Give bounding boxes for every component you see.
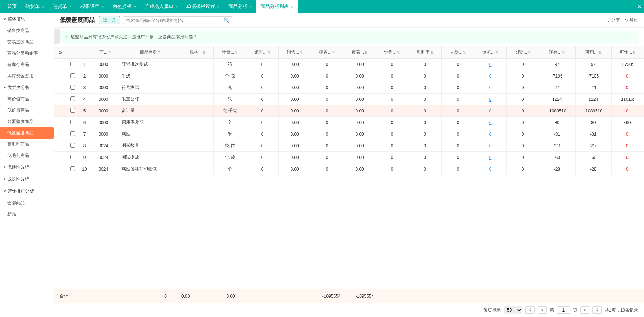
sidebar-item-all-goods[interactable]: 全部商品: [0, 197, 54, 209]
row-browse-a[interactable]: 0: [474, 140, 507, 152]
prev-page-button[interactable]: <: [538, 306, 547, 314]
column-sales-amt[interactable]: 销售...⇅: [279, 46, 311, 59]
close-icon[interactable]: ×: [176, 4, 178, 9]
row-checkbox[interactable]: [67, 117, 78, 128]
sidebar-item-high-profit[interactable]: 高毛利商品: [0, 139, 54, 150]
row-settings: [54, 70, 67, 82]
sidebar-section-growth[interactable]: > 成长性分析: [0, 173, 54, 185]
row-browse-b: 0: [507, 59, 539, 70]
row-checkbox[interactable]: [67, 163, 78, 175]
sidebar-item-new-goods[interactable]: 新品: [0, 209, 54, 220]
sidebar-item-low-coverage[interactable]: 低覆盖度商品: [0, 127, 54, 139]
row-browse-a[interactable]: 0: [474, 152, 507, 163]
export-button[interactable]: ↻ 导出: [624, 17, 638, 23]
search-icon[interactable]: 🔍: [223, 17, 229, 23]
last-page-button[interactable]: K: [592, 306, 602, 314]
row-checkbox[interactable]: [67, 105, 78, 117]
row-browse-a[interactable]: 0: [474, 163, 507, 175]
row-browse-a[interactable]: 0: [474, 82, 507, 94]
sidebar-item-high-value[interactable]: 高价值商品: [0, 94, 54, 105]
row-checkbox[interactable]: [67, 94, 78, 105]
sidebar-item-low-profit[interactable]: 低毛利商品: [0, 150, 54, 161]
column-code[interactable]: 商...⇅: [91, 46, 119, 59]
close-icon[interactable]: ×: [217, 4, 219, 9]
sidebar-item-sales-goods[interactable]: 销售类商品: [0, 25, 54, 36]
row-checkbox-input[interactable]: [70, 108, 75, 113]
close-icon[interactable]: ×: [134, 4, 136, 9]
column-browse-a[interactable]: 浏览...⇅: [474, 46, 507, 59]
row-num: 3: [78, 82, 91, 94]
column-spec[interactable]: 规格...⇅: [181, 46, 214, 59]
sidebar-item-in-stock[interactable]: 有库存商品: [0, 59, 54, 70]
column-sales-qty[interactable]: 销售...⇅: [246, 46, 279, 59]
row-checkbox-input[interactable]: [70, 73, 75, 78]
time-filter-recent-month[interactable]: 近一月: [99, 16, 120, 24]
row-checkbox[interactable]: [67, 140, 78, 152]
close-icon[interactable]: ×: [42, 4, 44, 9]
close-icon[interactable]: ×: [102, 4, 104, 9]
nav-tab-sales[interactable]: 销货单 ×: [21, 0, 48, 13]
column-browse-b[interactable]: 浏览...⇅: [507, 46, 539, 59]
share-icon: ⤴: [608, 18, 610, 23]
row-checkbox[interactable]: [67, 128, 78, 140]
sidebar-section-overall[interactable]: ∨ 整体信息: [0, 13, 54, 25]
nav-tab-purchase[interactable]: 进货单 ×: [48, 0, 76, 13]
search-input[interactable]: [126, 18, 223, 23]
page-number-input[interactable]: [557, 306, 570, 314]
row-checkbox-input[interactable]: [70, 62, 75, 66]
first-page-button[interactable]: K: [525, 306, 535, 314]
row-browse-a[interactable]: 0: [474, 117, 507, 128]
row-checkbox-input[interactable]: [70, 120, 75, 124]
row-checkbox[interactable]: [67, 152, 78, 163]
row-checkbox-input[interactable]: [70, 85, 75, 90]
sidebar-section-marketing[interactable]: ∨ 营销推广分析: [0, 185, 54, 197]
window-close-button[interactable]: ×: [638, 3, 641, 10]
nav-tab-home[interactable]: 首页: [3, 0, 21, 13]
row-checkbox-input[interactable]: [70, 166, 75, 171]
nav-tab-analysis-list[interactable]: 商品分析列表 ×: [256, 0, 298, 13]
column-trade[interactable]: 交易...⇅: [442, 46, 474, 59]
nav-tab-finished-goods[interactable]: 产成品入库单 ×: [141, 0, 182, 13]
sidebar-section-liquidity[interactable]: > 流通性分析: [0, 161, 54, 173]
row-checkbox-input[interactable]: [70, 143, 75, 148]
row-browse-a[interactable]: 0: [474, 94, 507, 105]
sidebar-section-cluster[interactable]: ∨ 类群度分析: [0, 82, 54, 94]
nav-tab-template[interactable]: 单据模板设置 ×: [182, 0, 224, 13]
sidebar-item-low-value[interactable]: 低价值商品: [0, 105, 54, 116]
close-icon[interactable]: ×: [291, 4, 293, 9]
column-cover-a[interactable]: 覆盖...⇅: [311, 46, 343, 59]
close-icon[interactable]: ×: [69, 4, 71, 9]
sidebar-item-category-rate[interactable]: 商品分类动销率: [0, 48, 54, 59]
nav-tab-permissions[interactable]: 权限设置 ×: [76, 0, 108, 13]
sidebar-item-traded-goods[interactable]: 交易过的商品: [0, 36, 54, 48]
row-browse-a[interactable]: 0: [474, 70, 507, 82]
per-page-select[interactable]: 50 10 20 100: [504, 306, 522, 314]
nav-tab-roles[interactable]: 角色授权 ×: [108, 0, 140, 13]
column-unit[interactable]: 计量...⇅: [214, 46, 246, 59]
sidebar-collapse-button[interactable]: «: [54, 29, 60, 44]
row-checkbox[interactable]: [67, 82, 78, 94]
column-sales-c[interactable]: 销售...⇅: [376, 46, 408, 59]
column-gross-rate[interactable]: 毛利率⇅: [408, 46, 442, 59]
row-browse-a[interactable]: 0: [474, 105, 507, 117]
row-checkbox[interactable]: [67, 70, 78, 82]
next-page-button[interactable]: >: [580, 306, 589, 314]
column-available[interactable]: 可用...⇅: [575, 46, 611, 59]
row-browse-a[interactable]: 0: [474, 128, 507, 140]
column-name[interactable]: 商品名称⇅: [119, 46, 181, 59]
tab-label: 单据模板设置: [186, 3, 215, 10]
row-checkbox-input[interactable]: [70, 155, 75, 159]
share-button[interactable]: ⤴ 分享: [608, 17, 620, 23]
sidebar-item-capital[interactable]: 库存资金占用: [0, 70, 54, 82]
nav-tab-analysis[interactable]: 商品分析 ×: [224, 0, 256, 13]
row-checkbox-input[interactable]: [70, 131, 75, 136]
row-browse-a[interactable]: 0: [474, 59, 507, 70]
row-checkbox[interactable]: [67, 59, 78, 70]
column-sellable[interactable]: 可销...⇅: [611, 46, 644, 59]
column-current[interactable]: 现有...⇅: [539, 46, 575, 59]
column-settings[interactable]: ⚙: [54, 46, 67, 59]
sidebar-item-high-coverage[interactable]: 高覆盖度商品: [0, 116, 54, 127]
close-icon[interactable]: ×: [250, 4, 252, 9]
column-cover-b[interactable]: 覆盖...⇅: [343, 46, 376, 59]
row-checkbox-input[interactable]: [70, 96, 75, 101]
